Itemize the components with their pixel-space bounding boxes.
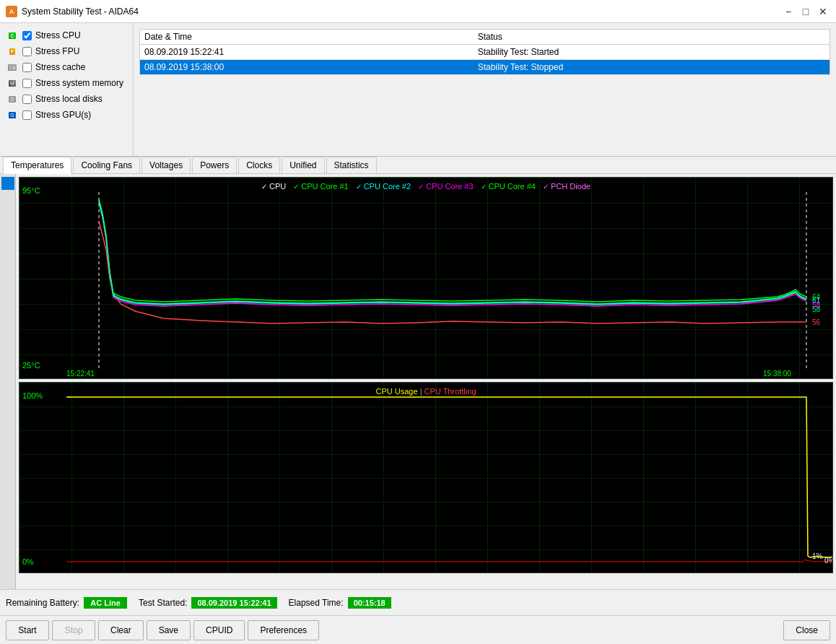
status-column-header: Status	[474, 30, 830, 45]
memory-icon: M	[6, 78, 19, 88]
temp-chart-container: ✓ CPU ✓ CPU Core #1 ✓ CPU Core #2 ✓	[19, 177, 833, 379]
log-status-1: Stability Test: Started	[474, 45, 830, 60]
stress-gpus-checkbox[interactable]	[22, 110, 32, 120]
tabs-container: Temperatures Cooling Fans Voltages Power…	[0, 157, 836, 174]
tab-statistics[interactable]: Statistics	[326, 157, 377, 173]
svg-text:58: 58	[812, 305, 821, 313]
legend-cpu-label: CPU	[269, 182, 286, 191]
stop-button[interactable]: Stop	[52, 620, 95, 640]
tab-clocks[interactable]: Clocks	[238, 157, 280, 173]
elapsed-time-value: 00:15:18	[348, 597, 391, 609]
clear-button[interactable]: Clear	[98, 620, 144, 640]
nav-indicator	[1, 177, 14, 190]
svg-rect-3	[19, 178, 832, 378]
stress-fpu-row: F Stress FPU	[6, 43, 127, 59]
temp-chart-svg: 95°C 25°C 15:22:41 15:38:00	[19, 178, 832, 378]
close-window-button[interactable]: ✕	[816, 4, 830, 19]
stress-fpu-checkbox[interactable]	[22, 47, 32, 56]
temp-chart: ✓ CPU ✓ CPU Core #1 ✓ CPU Core #2 ✓	[19, 177, 833, 379]
tab-powers[interactable]: Powers	[192, 157, 237, 173]
stress-memory-checkbox[interactable]	[22, 79, 32, 88]
button-bar: Start Stop Clear Save CPUID Preferences …	[0, 615, 836, 644]
log-datetime-2: 08.09.2019 15:38:00	[140, 60, 474, 75]
tabs-row: Temperatures Cooling Fans Voltages Power…	[3, 157, 836, 173]
app-icon: A	[6, 6, 17, 17]
legend-cpu-core4-label: CPU Core #4	[489, 182, 536, 191]
log-row-1[interactable]: 08.09.2019 15:22:41 Stability Test: Star…	[140, 45, 830, 60]
tab-cooling-fans[interactable]: Cooling Fans	[73, 157, 140, 173]
svg-text:100%: 100%	[22, 391, 43, 400]
tab-voltages[interactable]: Voltages	[141, 157, 191, 173]
start-button[interactable]: Start	[6, 620, 49, 640]
usage-chart-svg: 100% 0% 1% 0%	[19, 383, 832, 573]
save-button[interactable]: Save	[147, 620, 191, 640]
svg-text:0%: 0%	[22, 557, 34, 566]
battery-value: AC Line	[84, 597, 127, 609]
close-button[interactable]: Close	[783, 620, 830, 640]
log-status-2: Stability Test: Stopped	[474, 60, 830, 75]
legend-pch-diode-label: PCH Diode	[551, 182, 591, 191]
nav-sidebar	[0, 174, 16, 589]
log-datetime-1: 08.09.2019 15:22:41	[140, 45, 474, 60]
stress-disks-checkbox[interactable]	[22, 95, 32, 104]
stress-gpus-label[interactable]: Stress GPU(s)	[35, 110, 91, 120]
status-bar: Remaining Battery: AC Line Test Started:…	[0, 589, 836, 615]
stress-memory-label[interactable]: Stress system memory	[35, 78, 123, 88]
usage-chart-container: CPU Usage | CPU Throttling	[19, 382, 833, 573]
svg-text:1%: 1%	[812, 552, 823, 560]
tab-temperatures[interactable]: Temperatures	[3, 157, 71, 174]
legend-cpu-core3-label: CPU Core #3	[426, 182, 473, 191]
svg-text:15:22:41: 15:22:41	[66, 370, 95, 378]
stress-memory-row: M Stress system memory	[6, 75, 127, 91]
stress-cache-label[interactable]: Stress cache	[35, 62, 85, 72]
stress-cpu-row: C Stress CPU	[6, 27, 127, 43]
disk-icon: D	[6, 94, 19, 104]
svg-rect-18	[19, 383, 832, 573]
test-started-label: Test Started:	[139, 598, 187, 608]
cpu-icon: C	[6, 30, 19, 40]
legend-cpu-core1[interactable]: ✓ CPU Core #1	[293, 182, 348, 191]
maximize-button[interactable]: □	[798, 4, 813, 19]
log-table: Date & Time Status 08.09.2019 15:22:41 S…	[139, 29, 830, 75]
legend-cpu[interactable]: ✓ CPU	[261, 182, 286, 191]
legend-cpu-core3[interactable]: ✓ CPU Core #3	[418, 182, 473, 191]
elapsed-time-status: Elapsed Time: 00:15:18	[289, 597, 391, 609]
svg-text:0%: 0%	[824, 557, 832, 565]
test-started-value: 08.09.2019 15:22:41	[191, 597, 277, 609]
log-panel: Date & Time Status 08.09.2019 15:22:41 S…	[134, 23, 836, 156]
battery-status: Remaining Battery: AC Line	[6, 597, 127, 609]
elapsed-time-label: Elapsed Time:	[289, 598, 344, 608]
minimize-button[interactable]: −	[781, 4, 796, 19]
battery-label: Remaining Battery:	[6, 598, 79, 608]
tab-unified[interactable]: Unified	[282, 157, 324, 173]
legend-cpu-core1-label: CPU Core #1	[301, 182, 348, 191]
gpu-icon: G	[6, 110, 19, 120]
cpuid-button[interactable]: CPUID	[193, 620, 245, 640]
stress-options-panel: C Stress CPU F Stress FPU Ca Stress cach…	[0, 23, 134, 156]
legend-cpu-core2-label: CPU Core #2	[364, 182, 411, 191]
stress-cache-checkbox[interactable]	[22, 63, 32, 72]
svg-text:15:38:00: 15:38:00	[763, 370, 791, 378]
charts-wrapper: ✓ CPU ✓ CPU Core #1 ✓ CPU Core #2 ✓	[16, 174, 836, 589]
stress-cpu-checkbox[interactable]	[22, 31, 32, 40]
legend-pch-diode[interactable]: ✓ PCH Diode	[543, 182, 591, 191]
preferences-button[interactable]: Preferences	[248, 620, 319, 640]
title-bar-text: System Stability Test - AIDA64	[22, 6, 139, 17]
stress-gpus-row: G Stress GPU(s)	[6, 107, 127, 123]
stress-cpu-label[interactable]: Stress CPU	[35, 30, 81, 40]
svg-text:95°C: 95°C	[22, 186, 40, 195]
svg-text:25°C: 25°C	[22, 361, 40, 370]
test-started-status: Test Started: 08.09.2019 15:22:41	[139, 597, 277, 609]
stress-disks-label[interactable]: Stress local disks	[35, 94, 103, 104]
cache-icon: Ca	[6, 62, 19, 72]
temp-chart-legend: ✓ CPU ✓ CPU Core #1 ✓ CPU Core #2 ✓	[261, 182, 591, 191]
legend-cpu-core2[interactable]: ✓ CPU Core #2	[356, 182, 411, 191]
title-bar: A System Stability Test - AIDA64 − □ ✕	[0, 0, 836, 23]
usage-chart: CPU Usage | CPU Throttling	[19, 382, 833, 573]
legend-cpu-core4[interactable]: ✓ CPU Core #4	[481, 182, 536, 191]
svg-text:56: 56	[812, 318, 821, 326]
log-row-2[interactable]: 08.09.2019 15:38:00 Stability Test: Stop…	[140, 60, 830, 75]
stress-fpu-label[interactable]: Stress FPU	[35, 46, 79, 56]
stress-cache-row: Ca Stress cache	[6, 59, 127, 75]
datetime-column-header: Date & Time	[140, 30, 474, 45]
